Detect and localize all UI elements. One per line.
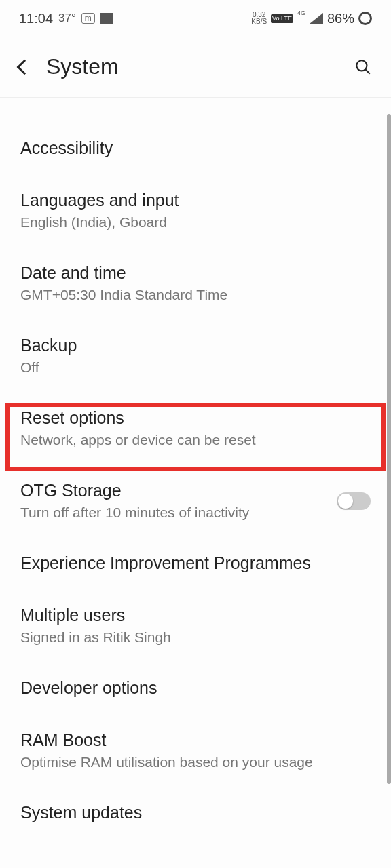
- toggle-knob: [338, 494, 353, 509]
- item-title: Reset options: [20, 408, 371, 428]
- network-type: 4G: [297, 9, 305, 16]
- status-left: 11:04 37° m: [19, 11, 113, 26]
- app-bar: System: [0, 37, 391, 98]
- item-subtitle: Network, apps or device can be reset: [20, 432, 371, 448]
- item-subtitle: Signed in as Ritik Singh: [20, 629, 371, 646]
- item-title: Backup: [20, 336, 371, 355]
- backup-item[interactable]: Backup Off: [0, 319, 391, 392]
- battery-percent: 86%: [327, 11, 354, 26]
- item-title: Experience Improvement Programmes: [20, 553, 371, 573]
- item-subtitle: GMT+05:30 India Standard Time: [20, 287, 371, 303]
- item-title: Multiple users: [20, 606, 371, 625]
- item-title: Languages and input: [20, 191, 371, 210]
- scrollbar[interactable]: [387, 114, 391, 784]
- status-bar: 11:04 37° m 0.32 KB/S Vo LTE 4G 86%: [0, 0, 391, 37]
- signal-icon: [310, 13, 323, 24]
- item-title: Date and time: [20, 263, 371, 283]
- multiple-users-item[interactable]: Multiple users Signed in as Ritik Singh: [0, 589, 391, 662]
- speed-unit: KB/S: [251, 18, 267, 25]
- gallery-icon: [100, 13, 113, 24]
- svg-point-0: [356, 60, 367, 71]
- reset-options-item[interactable]: Reset options Network, apps or device ca…: [0, 392, 391, 465]
- settings-list: Accessibility Languages and input Englis…: [0, 98, 391, 839]
- volte-icon: Vo LTE: [271, 14, 293, 23]
- svg-line-1: [365, 69, 370, 74]
- developer-options-item[interactable]: Developer options: [0, 662, 391, 714]
- item-title: OTG Storage: [20, 481, 337, 500]
- ram-boost-item[interactable]: RAM Boost Optimise RAM utilisation based…: [0, 714, 391, 787]
- item-subtitle: English (India), Gboard: [20, 214, 371, 231]
- item-subtitle: Off: [20, 359, 371, 376]
- datetime-item[interactable]: Date and time GMT+05:30 India Standard T…: [0, 247, 391, 319]
- back-icon[interactable]: [17, 59, 33, 75]
- item-subtitle: Turn off after 10 minutes of inactivity: [20, 505, 337, 521]
- item-title: System updates: [20, 803, 371, 823]
- experience-item[interactable]: Experience Improvement Programmes: [0, 537, 391, 589]
- item-title: RAM Boost: [20, 730, 371, 750]
- otg-toggle[interactable]: [337, 492, 371, 510]
- languages-item[interactable]: Languages and input English (India), Gbo…: [0, 174, 391, 247]
- system-updates-item[interactable]: System updates: [0, 787, 391, 839]
- item-title: Developer options: [20, 678, 371, 698]
- accessibility-item[interactable]: Accessibility: [0, 98, 391, 174]
- otg-storage-item[interactable]: OTG Storage Turn off after 10 minutes of…: [0, 465, 391, 537]
- network-speed: 0.32 KB/S: [251, 12, 267, 25]
- item-title: Accessibility: [20, 138, 371, 158]
- item-subtitle: Optimise RAM utilisation based on your u…: [20, 754, 371, 770]
- temperature: 37°: [58, 12, 76, 25]
- clock: 11:04: [19, 11, 53, 26]
- search-icon[interactable]: [354, 58, 372, 76]
- status-right: 0.32 KB/S Vo LTE 4G 86%: [251, 11, 372, 26]
- page-title: System: [46, 54, 338, 79]
- m-app-icon: m: [81, 13, 95, 24]
- battery-circle-icon: [358, 12, 372, 25]
